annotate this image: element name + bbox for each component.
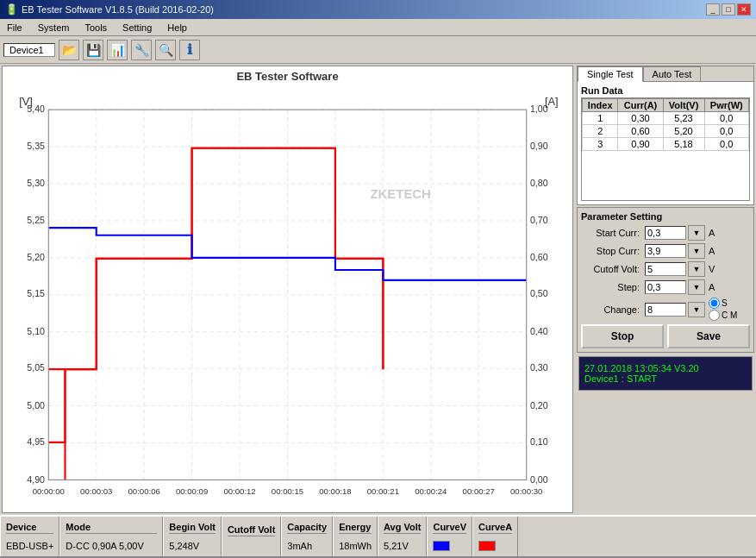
svg-text:0,40: 0,40 bbox=[530, 326, 548, 336]
svg-text:1,00: 1,00 bbox=[530, 103, 548, 114]
col-curr: Curr(A) bbox=[618, 99, 663, 112]
step-unit: A bbox=[709, 282, 715, 292]
menu-setting[interactable]: Setting bbox=[119, 22, 155, 34]
start-curr-row: Start Curr: ▼ A bbox=[581, 225, 750, 241]
radio-cm-label: C M bbox=[722, 310, 737, 320]
status-line1: 27.01.2018 13:05:34 V3.20 bbox=[584, 363, 747, 373]
maximize-button[interactable]: □ bbox=[722, 3, 735, 16]
svg-text:5,10: 5,10 bbox=[27, 326, 45, 336]
close-button[interactable]: ✕ bbox=[737, 3, 751, 16]
svg-text:4,90: 4,90 bbox=[27, 474, 45, 485]
chart-button[interactable]: 📊 bbox=[107, 40, 128, 60]
tab-single-test[interactable]: Single Test bbox=[578, 66, 643, 82]
search-button[interactable]: 🔍 bbox=[155, 40, 176, 60]
status-curve-v-value bbox=[433, 540, 466, 551]
svg-text:0,90: 0,90 bbox=[530, 141, 548, 151]
status-line2: Device1 : START bbox=[584, 373, 747, 384]
save-button-param[interactable]: Save bbox=[667, 324, 750, 348]
info-button[interactable]: ℹ bbox=[179, 40, 200, 60]
data-table-scroll[interactable]: Index Curr(A) Volt(V) Pwr(W) 10,305,230,… bbox=[581, 97, 750, 201]
svg-text:0,00: 0,00 bbox=[530, 474, 548, 485]
svg-text:00:00:27: 00:00:27 bbox=[463, 486, 495, 496]
change-label: Change: bbox=[581, 304, 643, 315]
table-cell: 0,30 bbox=[618, 112, 663, 125]
stop-curr-dropdown[interactable]: ▼ bbox=[688, 243, 705, 259]
status-begin-volt-header: Begin Volt bbox=[169, 522, 216, 534]
status-curve-a-header: CurveA bbox=[478, 522, 512, 534]
step-row: Step: ▼ A bbox=[581, 279, 750, 295]
status-avg-volt: Avg Volt 5,21V bbox=[378, 517, 427, 556]
stop-curr-label: Stop Curr: bbox=[581, 246, 643, 256]
start-curr-label: Start Curr: bbox=[581, 228, 643, 238]
menu-file[interactable]: File bbox=[3, 22, 26, 34]
stop-curr-unit: A bbox=[709, 246, 715, 256]
svg-text:5,00: 5,00 bbox=[27, 400, 45, 411]
status-device-header: Device bbox=[6, 522, 53, 534]
step-label: Step: bbox=[581, 282, 643, 292]
change-row: Change: ▼ S C M bbox=[581, 298, 750, 321]
change-radio-group: S C M bbox=[709, 298, 737, 321]
status-curve-v: CurveV bbox=[427, 517, 472, 556]
settings-button[interactable]: 🔧 bbox=[131, 40, 152, 60]
status-capacity: Capacity 3mAh bbox=[281, 517, 333, 556]
menu-help[interactable]: Help bbox=[164, 22, 191, 34]
status-device-value: EBD-USB+ bbox=[6, 541, 53, 551]
radio-s[interactable]: S bbox=[709, 298, 737, 309]
save-button[interactable]: 💾 bbox=[83, 40, 103, 60]
param-section: Parameter Setting Start Curr: ▼ A Stop C… bbox=[577, 207, 754, 353]
device-label: Device1 bbox=[3, 43, 55, 57]
radio-s-input[interactable] bbox=[709, 298, 720, 309]
open-button[interactable]: 📂 bbox=[59, 40, 79, 60]
radio-cm-input[interactable] bbox=[709, 310, 720, 321]
param-title: Parameter Setting bbox=[581, 211, 750, 222]
tab-content: Run Data Index Curr(A) Volt(V) Pwr(W) bbox=[578, 81, 753, 204]
svg-text:5,35: 5,35 bbox=[27, 141, 45, 151]
cutoff-volt-dropdown[interactable]: ▼ bbox=[688, 261, 705, 277]
start-curr-dropdown[interactable]: ▼ bbox=[688, 225, 705, 241]
svg-text:5,30: 5,30 bbox=[27, 178, 45, 188]
tabs: Single Test Auto Test bbox=[578, 66, 753, 81]
svg-text:00:00:30: 00:00:30 bbox=[510, 486, 542, 496]
start-curr-input[interactable] bbox=[645, 226, 686, 240]
cutoff-volt-input[interactable] bbox=[645, 262, 686, 276]
minimize-button[interactable]: _ bbox=[706, 3, 720, 16]
chart-area: EB Tester Software [V] [A] bbox=[2, 66, 573, 513]
radio-cm[interactable]: C M bbox=[709, 310, 737, 321]
svg-text:0,30: 0,30 bbox=[530, 362, 548, 373]
svg-text:00:00:00: 00:00:00 bbox=[33, 486, 65, 496]
table-cell: 0,60 bbox=[618, 125, 663, 138]
action-buttons: Stop Save bbox=[581, 324, 750, 348]
table-row: 10,305,230,0 bbox=[583, 112, 749, 125]
radio-s-label: S bbox=[722, 298, 728, 308]
status-begin-volt-value: 5,248V bbox=[169, 541, 216, 551]
table-cell: 0,0 bbox=[704, 138, 749, 151]
stop-button[interactable]: Stop bbox=[581, 324, 664, 348]
stop-curr-row: Stop Curr: ▼ A bbox=[581, 243, 750, 259]
run-data-section: Run Data Index Curr(A) Volt(V) Pwr(W) bbox=[581, 85, 750, 201]
status-mode: Mode D-CC 0,90A 5,00V bbox=[59, 517, 163, 556]
change-dropdown[interactable]: ▼ bbox=[688, 302, 705, 317]
stop-curr-input[interactable] bbox=[645, 244, 686, 258]
svg-text:4,95: 4,95 bbox=[27, 436, 45, 447]
menu-bar: File System Tools Setting Help bbox=[0, 19, 756, 36]
menu-system[interactable]: System bbox=[34, 22, 73, 34]
table-row: 20,605,200,0 bbox=[583, 125, 749, 138]
svg-text:5,40: 5,40 bbox=[27, 103, 45, 114]
svg-text:5,05: 5,05 bbox=[27, 362, 45, 373]
table-cell: 3 bbox=[583, 138, 618, 151]
svg-text:00:00:18: 00:00:18 bbox=[319, 486, 351, 496]
status-energy-value: 18mWh bbox=[339, 541, 372, 551]
col-pwr: Pwr(W) bbox=[704, 99, 749, 112]
step-dropdown[interactable]: ▼ bbox=[688, 279, 705, 295]
table-cell: 2 bbox=[583, 125, 618, 138]
col-volt: Volt(V) bbox=[663, 99, 704, 112]
col-index: Index bbox=[583, 99, 618, 112]
svg-text:ZKETECH: ZKETECH bbox=[370, 186, 430, 201]
menu-tools[interactable]: Tools bbox=[81, 22, 110, 34]
step-input[interactable] bbox=[645, 280, 686, 294]
window-controls: _ □ ✕ bbox=[706, 3, 751, 16]
change-input[interactable] bbox=[645, 303, 686, 317]
run-data-table: Index Curr(A) Volt(V) Pwr(W) 10,305,230,… bbox=[582, 98, 749, 151]
tab-auto-test[interactable]: Auto Test bbox=[643, 66, 702, 81]
table-cell: 0,90 bbox=[618, 138, 663, 151]
